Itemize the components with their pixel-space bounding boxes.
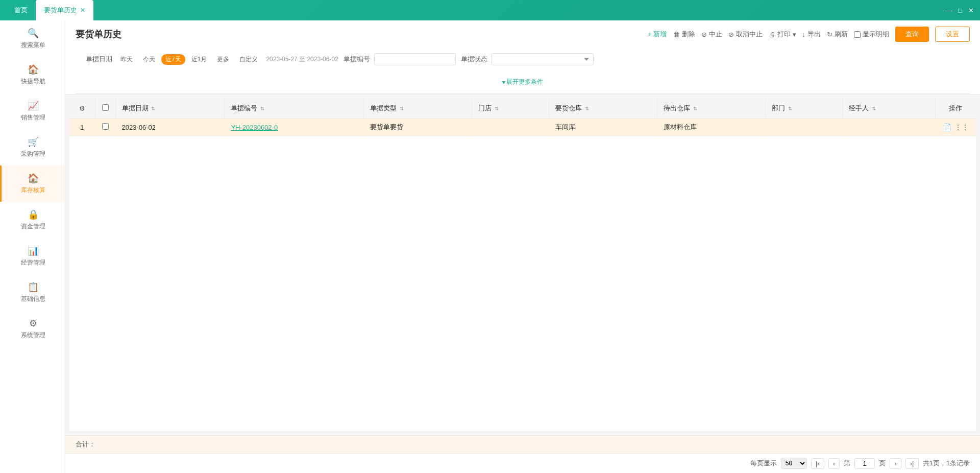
expand-more-icon: ▾ <box>502 79 505 86</box>
sidebar-item-quick-nav[interactable]: 🏠 快捷导航 <box>0 57 65 93</box>
page-input[interactable] <box>854 458 875 469</box>
th-settings[interactable]: ⚙ <box>69 99 95 119</box>
finance-icon: 🔒 <box>28 209 39 220</box>
td-store <box>472 119 549 136</box>
setting-button[interactable]: 设置 <box>935 27 970 42</box>
close-btn[interactable]: ✕ <box>968 7 974 14</box>
print-icon: 🖨 <box>769 31 775 38</box>
tab-label: 要货单历史 <box>44 6 77 15</box>
close-tab-icon[interactable]: ✕ <box>80 7 85 14</box>
basic-info-icon: 📋 <box>28 281 39 293</box>
minimize-btn[interactable]: — <box>945 7 952 14</box>
th-req-warehouse[interactable]: 要货仓库 ⇅ <box>549 99 657 119</box>
refresh-icon: ↻ <box>827 31 832 38</box>
date-btn-1month[interactable]: 近1月 <box>187 54 211 65</box>
more-op-btn[interactable]: ⋮⋮ <box>954 123 969 131</box>
op-btns: 📄 ⋮⋮ <box>942 123 970 131</box>
display-detail-checkbox[interactable] <box>854 31 861 38</box>
print-button[interactable]: 🖨 打印 ▾ <box>769 30 796 39</box>
th-store[interactable]: 门店 ⇅ <box>472 99 549 119</box>
cancel-stop-button[interactable]: ⊘ 取消中止 <box>728 30 763 39</box>
docno-input[interactable] <box>374 53 456 65</box>
delete-button[interactable]: 🗑 删除 <box>673 30 695 39</box>
td-dept <box>765 119 842 136</box>
last-page-btn[interactable]: ›| <box>905 458 919 469</box>
sidebar-item-label: 库存核算 <box>21 186 45 195</box>
pagination-bar: 每页显示 50 10 20 100 |‹ ‹ 第 页 › ›| 共1页，1条记录 <box>65 453 980 473</box>
tab-requisition-history[interactable]: 要货单历史 ✕ <box>36 0 93 20</box>
sort-doc-no-icon: ⇅ <box>260 106 264 111</box>
toolbar: + 新增 🗑 删除 ⊘ 中止 ⊘ 取消中止 🖨 打 <box>648 27 970 42</box>
sidebar-item-system[interactable]: ⚙ 系统管理 <box>0 311 65 347</box>
td-pending-warehouse: 原材料仓库 <box>657 119 766 136</box>
date-btn-more[interactable]: 更多 <box>213 54 233 65</box>
maximize-btn[interactable]: □ <box>958 7 962 14</box>
prev-page-btn[interactable]: ‹ <box>828 458 840 469</box>
page-size-select[interactable]: 50 10 20 100 <box>781 458 807 469</box>
date-btns: 昨天 今天 近7天 近1月 更多 自定义 <box>116 54 262 65</box>
sort-dept-icon: ⇅ <box>788 106 792 111</box>
docno-label: 单据编号 <box>344 55 370 64</box>
sidebar-item-sales[interactable]: 📈 销售管理 <box>0 93 65 129</box>
status-select[interactable] <box>492 53 594 65</box>
purchase-icon: 🛒 <box>28 136 39 148</box>
export-button[interactable]: ↓ 导出 <box>802 30 821 39</box>
th-doc-no[interactable]: 单据编号 ⇅ <box>225 99 364 119</box>
date-btn-yesterday[interactable]: 昨天 <box>116 54 137 65</box>
sidebar-item-operations[interactable]: 📊 经营管理 <box>0 238 65 274</box>
doc-no-link[interactable]: YH-20230602-0 <box>231 124 278 131</box>
main-layout: 🔍 搜索菜单 🏠 快捷导航 📈 销售管理 🛒 采购管理 🏠 库存核算 🔒 资金管… <box>0 20 980 473</box>
row-checkbox[interactable] <box>102 123 109 130</box>
date-btn-custom[interactable]: 自定义 <box>235 54 262 65</box>
sidebar-item-label: 资金管理 <box>21 222 45 231</box>
th-pending-warehouse[interactable]: 待出仓库 ⇅ <box>657 99 766 119</box>
sort-req-wh-icon: ⇅ <box>585 106 589 111</box>
page-title: 要货单历史 <box>76 28 121 40</box>
page-unit: 页 <box>879 459 886 468</box>
sidebar-item-inventory[interactable]: 🏠 库存核算 <box>0 165 65 202</box>
th-doc-date[interactable]: 单据日期 ⇅ <box>115 99 225 119</box>
td-doc-no[interactable]: YH-20230602-0 <box>225 119 364 136</box>
th-handler[interactable]: 经手人 ⇅ <box>843 99 936 119</box>
sort-handler-icon: ⇅ <box>872 106 876 111</box>
next-page-btn[interactable]: › <box>890 458 901 469</box>
table-row: 1 2023-06-02 YH-20230602-0 要货单要货 车间库 原材料… <box>69 119 976 136</box>
status-filter-group: 单据状态 <box>461 53 594 65</box>
stop-button[interactable]: ⊘ 中止 <box>701 30 722 39</box>
table-header-row: ⚙ 单据日期 ⇅ 单据编号 ⇅ 单据类型 <box>69 99 976 119</box>
new-button[interactable]: + 新增 <box>648 30 667 39</box>
date-btn-7days[interactable]: 近7天 <box>161 54 185 65</box>
sidebar-item-purchase[interactable]: 🛒 采购管理 <box>0 129 65 165</box>
content-area: 要货单历史 + 新增 🗑 删除 ⊘ 中止 ⊘ 取消中止 <box>65 20 980 473</box>
page-header: 要货单历史 + 新增 🗑 删除 ⊘ 中止 ⊘ 取消中止 <box>65 20 980 94</box>
sidebar-item-search-menu[interactable]: 🔍 搜索菜单 <box>0 20 65 57</box>
date-filter-label: 单据日期 <box>86 55 112 64</box>
sidebar: 🔍 搜索菜单 🏠 快捷导航 📈 销售管理 🛒 采购管理 🏠 库存核算 🔒 资金管… <box>0 20 65 473</box>
tab-home[interactable]: 首页 <box>6 0 36 20</box>
system-icon: ⚙ <box>29 318 37 329</box>
window-controls: — □ ✕ <box>945 7 974 14</box>
query-button[interactable]: 查询 <box>895 27 929 42</box>
table-footer: 合计： <box>65 435 980 453</box>
td-req-warehouse: 车间库 <box>549 119 657 136</box>
delete-icon: 🗑 <box>673 31 680 38</box>
expand-more-btn[interactable]: ▾ 展开更多条件 <box>502 78 543 86</box>
display-detail-toggle[interactable]: 显示明细 <box>854 30 889 39</box>
th-dept[interactable]: 部门 ⇅ <box>765 99 842 119</box>
page-title-row: 要货单历史 + 新增 🗑 删除 ⊘ 中止 ⊘ 取消中止 <box>76 27 970 42</box>
sidebar-item-label: 系统管理 <box>21 331 45 340</box>
data-table: ⚙ 单据日期 ⇅ 单据编号 ⇅ 单据类型 <box>69 99 976 136</box>
filter-area: 单据日期 昨天 今天 近7天 近1月 更多 自定义 2023-05-27 至 2… <box>76 48 970 94</box>
select-all-checkbox[interactable] <box>102 104 109 111</box>
view-op-btn[interactable]: 📄 <box>943 123 951 131</box>
sidebar-item-finance[interactable]: 🔒 资金管理 <box>0 202 65 238</box>
sidebar-item-basic-info[interactable]: 📋 基础信息 <box>0 274 65 311</box>
date-btn-today[interactable]: 今天 <box>139 54 159 65</box>
sidebar-item-label: 搜索菜单 <box>21 41 45 50</box>
status-label: 单据状态 <box>461 55 487 64</box>
filter-row: 单据日期 昨天 今天 近7天 近1月 更多 自定义 2023-05-27 至 2… <box>86 53 960 65</box>
th-doc-type[interactable]: 单据类型 ⇅ <box>364 99 472 119</box>
first-page-btn[interactable]: |‹ <box>811 458 824 469</box>
page-size-label: 每页显示 <box>750 459 777 468</box>
refresh-button[interactable]: ↻ 刷新 <box>827 30 848 39</box>
